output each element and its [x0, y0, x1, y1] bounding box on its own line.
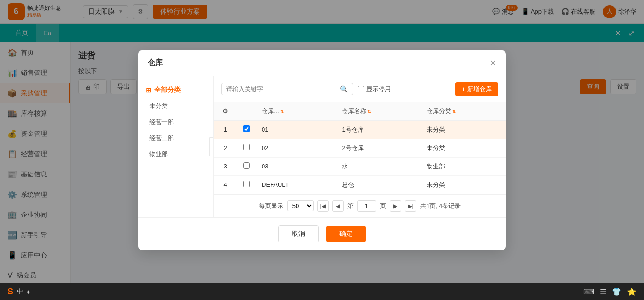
table-body: 1 01 1号仓库 未分类 2 02 2号仓库 未分类 3 03 水 物业部 4…	[214, 120, 506, 194]
cell-checkbox[interactable]	[237, 175, 256, 194]
cancel-button[interactable]: 取消	[278, 225, 319, 242]
cell-name: 2号仓库	[336, 139, 421, 157]
table-row[interactable]: 4 DEFAULT 总仓 未分类	[214, 175, 506, 194]
page-size-label: 每页显示	[259, 202, 283, 210]
page-unit: 页	[380, 202, 386, 210]
tree-item-ops2[interactable]: 经营二部	[138, 130, 213, 146]
shirt-icon[interactable]: 👕	[612, 287, 621, 296]
cell-checkbox[interactable]	[237, 139, 256, 157]
tree-root-label: 全部分类	[154, 86, 181, 94]
next-page-button[interactable]: ▶	[390, 200, 401, 212]
cell-index: 4	[214, 175, 237, 194]
bottom-diamond-icon: ♦	[27, 288, 30, 295]
warehouse-table: ⚙ 仓库...⇅ 仓库名称⇅ 仓库分类⇅ 1 01 1号仓库 未分类	[214, 102, 506, 194]
cell-index: 1	[214, 120, 237, 139]
dialog-title: 仓库	[148, 58, 163, 68]
cell-checkbox[interactable]	[237, 157, 256, 175]
th-category[interactable]: 仓库分类⇅	[421, 102, 506, 121]
search-input[interactable]	[226, 85, 340, 92]
cell-name: 水	[336, 157, 421, 175]
th-name[interactable]: 仓库名称⇅	[336, 102, 421, 121]
dialog-body: ⊞ 全部分类 未分类 经营一部 经营二部 物业部 《 🔍	[138, 76, 506, 217]
show-disabled-checkbox[interactable]	[358, 86, 364, 92]
dialog-right-panel: 🔍 显示停用 + 新增仓库 ⚙	[214, 76, 506, 217]
keyboard-icon[interactable]: ⌨	[583, 287, 594, 296]
dialog-overlay: 仓库 ✕ ⊞ 全部分类 未分类 经营一部 经营二部 物业部 《	[0, 0, 644, 300]
cell-index: 3	[214, 157, 237, 175]
bottom-left: S 中 ♦	[8, 287, 30, 297]
bottom-bar: S 中 ♦ ⌨ ☰ 👕 ⭐	[0, 283, 644, 300]
dialog-toolbar: 🔍 显示停用 + 新增仓库	[214, 76, 506, 102]
prev-page-button[interactable]: ◀	[332, 200, 344, 212]
show-disabled-label[interactable]: 显示停用	[358, 85, 391, 93]
table-row[interactable]: 3 03 水 物业部	[214, 157, 506, 175]
search-icon: 🔍	[340, 85, 348, 93]
star-icon[interactable]: ⭐	[627, 287, 636, 296]
cell-code: 01	[256, 120, 336, 139]
cell-name: 总仓	[336, 175, 421, 194]
cell-index: 2	[214, 139, 237, 157]
menu-icon[interactable]: ☰	[600, 287, 606, 296]
cell-category: 未分类	[421, 175, 506, 194]
row-checkbox[interactable]	[243, 144, 250, 150]
page-label: 第	[347, 202, 354, 210]
category-tree-panel: ⊞ 全部分类 未分类 经营一部 经营二部 物业部 《	[138, 76, 214, 217]
tree-item-property[interactable]: 物业部	[138, 146, 213, 162]
cell-category: 物业部	[421, 157, 506, 175]
cell-checkbox[interactable]	[237, 120, 256, 139]
tree-item-ops1[interactable]: 经营一部	[138, 114, 213, 130]
row-checkbox[interactable]	[243, 125, 250, 132]
cell-code: 02	[256, 139, 336, 157]
cell-code: DEFAULT	[256, 175, 336, 194]
sort-category-icon: ⇅	[452, 109, 456, 114]
collapse-panel-button[interactable]: 《	[209, 137, 214, 156]
bottom-right: ⌨ ☰ 👕 ⭐	[583, 287, 636, 296]
table-row[interactable]: 1 01 1号仓库 未分类	[214, 120, 506, 139]
warehouse-dialog: 仓库 ✕ ⊞ 全部分类 未分类 经营一部 经营二部 物业部 《	[138, 50, 506, 250]
dialog-header: 仓库 ✕	[138, 50, 506, 76]
page-size-select[interactable]: 501020100	[287, 200, 314, 211]
page-input[interactable]	[357, 200, 376, 212]
tree-item-unclassified[interactable]: 未分类	[138, 98, 213, 114]
add-warehouse-button[interactable]: + 新增仓库	[455, 82, 498, 96]
cell-name: 1号仓库	[336, 120, 421, 139]
cell-category: 未分类	[421, 139, 506, 157]
dialog-table: ⚙ 仓库...⇅ 仓库名称⇅ 仓库分类⇅ 1 01 1号仓库 未分类	[214, 102, 506, 194]
th-code[interactable]: 仓库...⇅	[256, 102, 336, 121]
search-box: 🔍	[221, 83, 353, 95]
dialog-close-button[interactable]: ✕	[489, 58, 496, 68]
tree-root-item[interactable]: ⊞ 全部分类	[138, 82, 213, 98]
show-disabled-text: 显示停用	[366, 85, 391, 93]
confirm-button[interactable]: 确定	[326, 226, 366, 242]
row-checkbox[interactable]	[243, 162, 250, 169]
cell-category: 未分类	[421, 120, 506, 139]
last-page-button[interactable]: ▶|	[405, 200, 416, 212]
bottom-logo: S	[8, 287, 13, 297]
grid-icon: ⊞	[146, 86, 151, 94]
dialog-footer: 取消 确定	[138, 217, 506, 250]
sort-name-icon: ⇅	[367, 109, 371, 114]
total-info: 共1页, 4条记录	[420, 202, 461, 210]
first-page-button[interactable]: |◀	[317, 200, 329, 212]
th-checkbox	[237, 102, 256, 121]
row-checkbox[interactable]	[243, 181, 250, 187]
sort-code-icon: ⇅	[280, 109, 284, 114]
th-settings: ⚙	[214, 102, 237, 121]
pagination: 每页显示 501020100 |◀ ◀ 第 页 ▶ ▶| 共1页, 4条记录	[214, 194, 506, 217]
table-row[interactable]: 2 02 2号仓库 未分类	[214, 139, 506, 157]
cell-code: 03	[256, 157, 336, 175]
bottom-zhong[interactable]: 中	[17, 287, 23, 296]
table-header: ⚙ 仓库...⇅ 仓库名称⇅ 仓库分类⇅	[214, 102, 506, 121]
settings-col-icon: ⚙	[223, 108, 228, 115]
